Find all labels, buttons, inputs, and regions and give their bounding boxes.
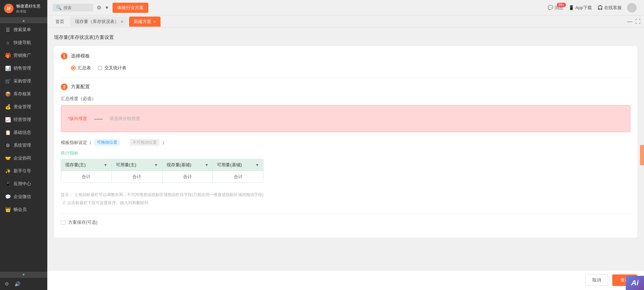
stats-col-2-dropdown[interactable]: ▼ bbox=[154, 163, 158, 167]
stats-table: 现存量(主) ▼ 合计 可用量(主) ▼ 合计 bbox=[61, 159, 264, 183]
sidebar-item-inventory[interactable]: 📦 库存核算 bbox=[0, 88, 47, 100]
trial-btn[interactable]: 体验行业方案 bbox=[113, 3, 148, 13]
stats-col-2: 可用量(主) ▼ 合计 bbox=[112, 159, 163, 183]
user-avatar bbox=[627, 3, 637, 13]
settings-card: 1 选择模板 汇总表 交叉统计表 2 方案配置 汇总维度（必选） bbox=[54, 46, 637, 238]
gear-icon: ⚙ bbox=[5, 142, 11, 148]
app-download-label: App下载 bbox=[575, 5, 592, 11]
sidebar-item-basic[interactable]: 📋 基础信息 bbox=[0, 126, 47, 139]
hint-text-1: 1.拖动标题栏可以调整布局，不可跨维度或指标区域拖动栏目字段(只能在同一维度或指… bbox=[75, 191, 264, 199]
tab-inventory-label: 现存量（库存状况表） bbox=[75, 19, 119, 25]
chat-icon: 💬 bbox=[5, 194, 11, 200]
hint-prefix-1: 提示： bbox=[61, 191, 73, 199]
hint-line-1: 提示： 1.拖动标题栏可以调整布局，不可跨维度或指标区域拖动栏目字段(只能在同一… bbox=[61, 191, 630, 199]
user-info[interactable] bbox=[627, 3, 639, 13]
stats-col-2-header[interactable]: 可用量(主) ▼ bbox=[112, 159, 162, 171]
sidebar-item-collab[interactable]: 🤝 企业协同 bbox=[0, 152, 47, 165]
sidebar-item-appstore[interactable]: 📱 应用中心 bbox=[0, 177, 47, 190]
sidebar-item-purchase[interactable]: 🛒 采购管理 bbox=[0, 75, 47, 88]
chart-icon: 📊 bbox=[5, 65, 11, 71]
sidebar: 好 畅捷通好生意 标准版 ▲ ☰ 搜索菜单 ⌂ 快捷导航 🎁 营销推广 📊 销售… bbox=[0, 0, 47, 290]
gift-icon: 🎁 bbox=[5, 52, 11, 58]
stats-col-1-header[interactable]: 现存量(主) ▼ bbox=[61, 159, 112, 171]
info-icon: 📋 bbox=[5, 129, 11, 136]
tab-new-plan[interactable]: 新建方案 × bbox=[129, 17, 160, 27]
search-input[interactable] bbox=[64, 5, 91, 10]
sidebar-item-operations[interactable]: 📈 经营管理 bbox=[0, 113, 47, 126]
stats-col-3-dropdown[interactable]: ▼ bbox=[205, 163, 208, 167]
sidebar-item-label: 企业协同 bbox=[14, 155, 31, 161]
radio-summary[interactable]: 汇总表 bbox=[71, 65, 91, 71]
sidebar-item-newuser[interactable]: ✨ 新手引导 bbox=[0, 165, 47, 177]
sidebar-logo: 好 畅捷通好生意 标准版 bbox=[0, 0, 47, 18]
right-handle[interactable] bbox=[640, 145, 644, 165]
stats-col-2-body: 合计 bbox=[112, 171, 162, 183]
sidebar-item-label: 库存核算 bbox=[14, 91, 31, 97]
topbar-settings-icon[interactable]: ⚙ bbox=[97, 4, 101, 11]
sidebar-item-member[interactable]: 👑 畅会员 bbox=[0, 203, 47, 216]
star-icon: ✨ bbox=[5, 168, 11, 174]
search-menu-icon: ☰ bbox=[5, 27, 11, 33]
indicator-close-text: ） bbox=[162, 140, 167, 146]
sidebar-item-finance[interactable]: 💰 资金管理 bbox=[0, 100, 47, 113]
sidebar-item-system[interactable]: ⚙ 系统管理 bbox=[0, 139, 47, 152]
step1-header: 1 选择模板 bbox=[61, 53, 630, 59]
save-checkbox[interactable] bbox=[61, 220, 66, 225]
sidebar-item-label: 营销推广 bbox=[14, 52, 31, 58]
sidebar-item-nav[interactable]: ⌂ 快捷导航 bbox=[0, 36, 47, 49]
dimension-area[interactable]: *纵向维度 —— 请选择分组维度 bbox=[61, 105, 630, 132]
sidebar-item-label: 搜索菜单 bbox=[14, 27, 31, 33]
radio-cross-circle bbox=[98, 66, 102, 70]
volume-icon[interactable]: 🔊 bbox=[15, 281, 20, 287]
message-badge: 99+ bbox=[557, 3, 566, 7]
stats-col-4: 可用量(基辅) ▼ 合计 bbox=[213, 159, 263, 183]
radio-cross[interactable]: 交叉统计表 bbox=[98, 65, 126, 71]
sidebar-bottom: ⚙ 🔊 bbox=[0, 277, 47, 290]
section-divider bbox=[61, 78, 630, 78]
app-download-btn[interactable]: 📱 App下载 bbox=[569, 5, 592, 11]
sidebar-item-search[interactable]: ☰ 搜索菜单 bbox=[0, 23, 47, 36]
stats-col-4-dropdown[interactable]: ▼ bbox=[255, 163, 259, 167]
main-area: 🔍 ⚙ ▼ 体验行业方案 💬 消息 99+ 📱 App下载 🎧 在线客服 bbox=[47, 0, 644, 290]
money-icon: 💰 bbox=[5, 104, 11, 110]
indicator-label: 模板指标设定（ 可拖动位置 不可拖动位置 ） bbox=[61, 139, 630, 146]
settings-icon[interactable]: ⚙ bbox=[5, 281, 9, 287]
ai-badge[interactable]: Ai bbox=[626, 276, 644, 290]
stats-col-3-header[interactable]: 现存量(基辅) ▼ bbox=[163, 159, 213, 171]
tab-home[interactable]: 首页 bbox=[51, 17, 69, 27]
ai-label: Ai bbox=[631, 279, 639, 287]
draggable-tag: 可拖动位置 bbox=[94, 139, 120, 146]
tab-inventory-close[interactable]: × bbox=[121, 20, 123, 24]
cancel-button[interactable]: 取消 bbox=[585, 274, 608, 286]
non-draggable-tag: 不可拖动位置 bbox=[130, 139, 159, 146]
radio-cross-label: 交叉统计表 bbox=[104, 65, 126, 71]
logo-text: 畅捷通好生意 bbox=[16, 3, 41, 9]
sidebar-scroll-up[interactable]: ▲ bbox=[0, 18, 47, 23]
sidebar-item-sales[interactable]: 📊 销售管理 bbox=[0, 62, 47, 75]
sidebar-scroll-down[interactable]: ▼ bbox=[0, 272, 47, 277]
tab-minimize-btn[interactable]: — bbox=[627, 19, 633, 25]
stats-col-1-dropdown[interactable]: ▼ bbox=[104, 163, 107, 167]
step2-number: 2 bbox=[61, 83, 68, 90]
tab-new-plan-close[interactable]: × bbox=[153, 20, 155, 24]
tab-inventory[interactable]: 现存量（库存状况表） × bbox=[70, 17, 128, 27]
message-btn[interactable]: 💬 消息 99+ bbox=[548, 5, 563, 11]
indicator-label-text2 bbox=[123, 140, 127, 146]
sidebar-item-label: 基础信息 bbox=[14, 129, 31, 136]
sidebar-item-wechat[interactable]: 💬 企业微信 bbox=[0, 190, 47, 203]
dimension-placeholder: 请选择分组维度 bbox=[109, 116, 140, 122]
stats-col-4-body: 合计 bbox=[213, 171, 263, 183]
tab-expand-btn[interactable]: ⛶ bbox=[635, 19, 641, 25]
search-icon: 🔍 bbox=[56, 5, 61, 10]
template-radio-group: 汇总表 交叉统计表 bbox=[71, 65, 630, 71]
stats-col-4-header[interactable]: 可用量(基辅) ▼ bbox=[213, 159, 263, 171]
topbar-dropdown-icon[interactable]: ▼ bbox=[105, 5, 109, 10]
sidebar-item-label: 系统管理 bbox=[14, 142, 31, 148]
sidebar-item-marketing[interactable]: 🎁 营销推广 bbox=[0, 49, 47, 62]
sidebar-item-label: 应用中心 bbox=[14, 181, 31, 187]
online-service-btn[interactable]: 🎧 在线客服 bbox=[597, 5, 622, 11]
indicator-settings: 模板指标设定（ 可拖动位置 不可拖动位置 ） 统计指标 现存量(主) ▼ bbox=[61, 139, 630, 184]
tabs-actions: — ⛶ bbox=[627, 19, 641, 25]
topbar: 🔍 ⚙ ▼ 体验行业方案 💬 消息 99+ 📱 App下载 🎧 在线客服 bbox=[47, 0, 644, 16]
search-box[interactable]: 🔍 bbox=[53, 4, 93, 11]
